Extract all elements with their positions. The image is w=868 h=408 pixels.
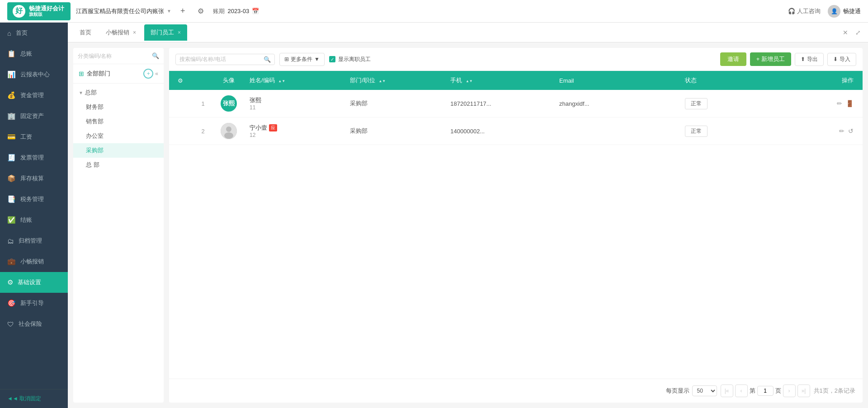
sidebar-item-settings[interactable]: ⚙ 基础设置 (0, 272, 68, 293)
add-employee-button[interactable]: + 新增员工 (750, 52, 791, 66)
dept-node-sales[interactable]: 销售部 (73, 114, 164, 129)
dept-node-label: 总部 (85, 89, 97, 97)
left-panel: 🔍 ⊞ 全部部门 + « ▼ 总部 (73, 48, 164, 403)
add-dept-button[interactable]: + (143, 69, 153, 79)
page-label: 页 (775, 387, 781, 395)
page-size-select[interactable]: 50 10 20 100 (692, 385, 717, 396)
row2-avatar-img (221, 123, 237, 139)
employee-table-container: ⚙ 头像 姓名/编码 ▲▼ 部门/职位 ▲▼ (169, 71, 863, 379)
col-phone-header[interactable]: 手机 ▲▼ (444, 71, 553, 90)
row2-index: 2 (192, 117, 214, 145)
export-button[interactable]: ⬆ 导出 (795, 53, 824, 66)
sidebar-item-funds[interactable]: 💰 资金管理 (0, 85, 68, 106)
tab-employees[interactable]: 部门员工 × (144, 24, 187, 41)
tab-expense-label: 小畅报销 (106, 28, 129, 37)
tax-icon: 📑 (7, 195, 16, 203)
row2-refresh-icon[interactable]: ↺ (848, 127, 854, 135)
settings-gear-icon[interactable]: ⚙ (194, 5, 208, 17)
invite-button[interactable]: 邀请 (720, 52, 746, 66)
period-value: 2023-03 (227, 8, 249, 14)
cancel-fixed-button[interactable]: ◄◄ 取消固定 (0, 389, 68, 408)
dept-node-zongbu-parent[interactable]: ▼ 总部 (73, 85, 164, 100)
tab-expense[interactable]: 小畅报销 × (99, 24, 142, 41)
show-resign-checkbox[interactable] (329, 56, 335, 62)
sidebar-item-archive[interactable]: 🗂 归档管理 (0, 230, 68, 251)
first-page-button[interactable]: |« (721, 385, 733, 397)
add-company-button[interactable]: + (177, 5, 189, 18)
filter-button[interactable]: ⊞ 更多条件 ▼ (279, 53, 325, 66)
dept-node-finance[interactable]: 财务部 (73, 100, 164, 114)
col-dept-header[interactable]: 部门/职位 ▲▼ (344, 71, 444, 90)
sidebar-item-expense[interactable]: 💼 小畅报销 (0, 251, 68, 272)
dept-node-label: 总 部 (86, 161, 99, 169)
company-selector[interactable]: 江西服宝精品有限责任公司内账张 ▼ (76, 7, 171, 15)
page-content: 🔍 ⊞ 全部部门 + « ▼ 总部 (68, 42, 868, 408)
tab-home[interactable]: 首页 (73, 24, 98, 41)
collapse-dept-icon[interactable]: « (155, 70, 158, 77)
page-total: 共1页，2条记录 (814, 387, 855, 395)
next-page-button[interactable]: › (783, 385, 796, 397)
filter-label: 更多条件 (291, 56, 312, 63)
last-page-button[interactable]: »| (797, 385, 810, 397)
row1-actions: ✏ 🚪 (779, 90, 863, 117)
tab-employees-close-icon[interactable]: × (178, 29, 181, 36)
sidebar-item-tax[interactable]: 📑 税务管理 (0, 189, 68, 210)
row2-code: 12 (250, 132, 337, 138)
user-area[interactable]: 👤 畅捷通 (828, 5, 861, 18)
logo-icon: 好 (13, 5, 25, 18)
sidebar-item-inventory[interactable]: 📦 库存核算 (0, 168, 68, 189)
dept-node-office[interactable]: 办公室 (73, 129, 164, 143)
salary-icon: 💳 (7, 133, 16, 141)
row1-select[interactable] (169, 90, 192, 117)
all-dept-label: 全部部门 (87, 70, 110, 78)
row2-edit-icon[interactable]: ✏ (839, 127, 844, 135)
svg-point-1 (226, 127, 231, 132)
calendar-icon[interactable]: 📅 (252, 8, 259, 14)
row2-name-cell: 宁小壹 应 12 (243, 117, 344, 145)
sidebar-item-label: 归档管理 (19, 237, 42, 245)
dept-search-input[interactable] (78, 53, 149, 59)
row2-select[interactable] (169, 117, 192, 145)
row1-avatar: 张熙 (214, 90, 243, 117)
sidebar-item-insurance[interactable]: 🛡 社会保险 (0, 314, 68, 334)
dept-node-purchase[interactable]: 采购部 (73, 143, 164, 158)
service-button[interactable]: 🎧 人工咨询 (788, 7, 821, 15)
tab-expense-close-icon[interactable]: × (133, 29, 136, 36)
tab-employees-label: 部门员工 (151, 28, 174, 37)
prev-page-button[interactable]: ‹ (735, 385, 748, 397)
col-settings-header[interactable]: ⚙ (169, 71, 192, 90)
col-name-header[interactable]: 姓名/编码 ▲▼ (243, 71, 344, 90)
sidebar-item-label: 基础设置 (18, 278, 41, 286)
sidebar-item-checkout[interactable]: ✅ 结账 (0, 210, 68, 230)
tab-expand-icon[interactable]: ⤢ (854, 27, 863, 38)
row1-edit-icon[interactable]: ✏ (837, 100, 842, 107)
sidebar-item-reports[interactable]: 📊 云报表中心 (0, 64, 68, 85)
row1-code: 11 (250, 104, 337, 111)
sidebar-item-guide[interactable]: 🎯 新手引导 (0, 293, 68, 314)
row1-name: 张熙 (250, 96, 337, 104)
import-button[interactable]: ⬇ 导入 (827, 53, 856, 66)
sidebar-item-salary[interactable]: 💳 工资 (0, 127, 68, 147)
sidebar-item-invoice[interactable]: 🧾 发票管理 (0, 147, 68, 168)
tab-close-all-icon[interactable]: ✕ (841, 27, 850, 38)
sidebar-item-label: 固定资产 (20, 112, 44, 120)
col-email-header: Email (553, 71, 679, 90)
sidebar-item-assets[interactable]: 🏢 固定资产 (0, 106, 68, 127)
tab-bar-actions: ✕ ⤢ (841, 27, 863, 38)
import-label: 导入 (840, 56, 850, 63)
employee-search-input[interactable] (179, 56, 261, 62)
row2-phone: 140000002... (444, 117, 553, 145)
sidebar-item-home[interactable]: ⌂ 首页 (0, 23, 68, 43)
dept-node-headquarters[interactable]: 总 部 (73, 158, 164, 172)
per-page-label: 每页显示 (666, 387, 689, 395)
page-text: 第 (750, 387, 755, 395)
tab-bar: 首页 小畅报销 × 部门员工 × ✕ ⤢ (68, 23, 868, 42)
show-resign-label: 显示离职员工 (338, 56, 371, 63)
phone-sort-icon: ▲▼ (466, 79, 473, 83)
sidebar-item-ledger[interactable]: 📋 总账 (0, 43, 68, 64)
employee-search-icon[interactable]: 🔍 (264, 56, 271, 63)
row1-delete-icon[interactable]: 🚪 (846, 100, 854, 107)
company-name: 江西服宝精品有限责任公司内账张 (76, 7, 164, 15)
dept-search-icon[interactable]: 🔍 (152, 52, 159, 59)
page-number-input[interactable] (757, 386, 774, 396)
